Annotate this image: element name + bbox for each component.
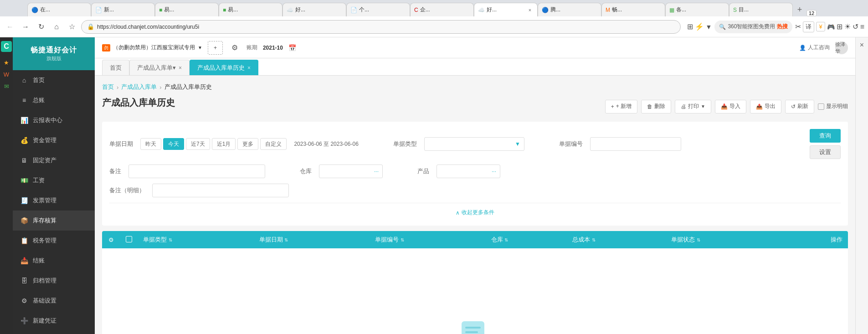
delete-button[interactable]: 🗑 删除 [641, 100, 671, 113]
add-company-button[interactable]: + [208, 41, 223, 55]
tab-3[interactable]: ■ 易... [155, 3, 219, 16]
sidebar-icon-mail[interactable]: ✉ [1, 81, 11, 91]
delete-icon: 🗑 [647, 103, 652, 110]
breadcrumb-home[interactable]: 首页 [102, 83, 114, 91]
sidebar-logo-text: 畅捷通好会计 [31, 46, 77, 55]
search-bar[interactable]: 🔍 360智能抠图免费用 热搜 [714, 21, 792, 33]
tab-6[interactable]: 📄 个... [346, 3, 410, 16]
page-tab-history-close[interactable]: × [247, 65, 251, 71]
table-gear-icon[interactable]: ⚙ [108, 236, 114, 243]
sidebar-item-funds[interactable]: 💰 资金管理 [13, 130, 95, 150]
th-type[interactable]: 单据类型 ⇅ [138, 231, 254, 248]
filter-settings-button[interactable]: 设置 [810, 145, 841, 159]
chanjet-icon: C [4, 42, 9, 51]
tab-2[interactable]: 📄 新... [91, 3, 155, 16]
sidebar-icon-star[interactable]: ★ [1, 57, 11, 67]
detail-remark-filter-input[interactable] [152, 184, 289, 197]
sidebar-item-archive[interactable]: 🗄 归档管理 [13, 271, 95, 291]
query-button[interactable]: 查询 [810, 129, 841, 143]
tab-8[interactable]: ☁️ 好... × [474, 3, 538, 16]
number-filter-input[interactable] [590, 137, 681, 151]
remark-filter-input[interactable] [128, 164, 265, 178]
sidebar-item-reports[interactable]: 📊 云报表中心 [13, 110, 95, 130]
translate-icon: 译 [803, 21, 814, 32]
user-avatar[interactable]: 徐泽华 [835, 41, 848, 54]
tab-4-label: 易... [228, 6, 238, 14]
warehouse-filter-label: 仓库 [300, 167, 312, 175]
warehouse-filter-select[interactable]: ··· [319, 164, 383, 178]
export-button[interactable]: 📤 导出 [750, 100, 781, 113]
page-title: 产成品入库单历史 [102, 97, 175, 109]
tab-5[interactable]: ☁️ 好... [282, 3, 346, 16]
show-detail-toggle[interactable]: 显示明细 [818, 103, 848, 110]
date-btn-7days[interactable]: 近7天 [186, 138, 210, 150]
date-btn-more[interactable]: 更多 [237, 138, 258, 150]
tab-10[interactable]: M 畅... [601, 3, 665, 16]
tab-4[interactable]: ■ 易... [219, 3, 282, 16]
svg-rect-2 [465, 327, 481, 329]
search-icon: 🔍 [719, 24, 726, 30]
back-button[interactable]: ← [4, 21, 16, 33]
sidebar-item-basic[interactable]: ⚙ 基础设置 [13, 291, 95, 311]
forward-button[interactable]: → [19, 21, 32, 33]
address-bar[interactable]: 🔒 https://cloud.chanjet.com/accounting/u… [81, 20, 681, 34]
th-status[interactable]: 单据状态 ⇅ [666, 231, 782, 248]
sidebar-item-ledger[interactable]: ≡ 总账 [13, 90, 95, 110]
sidebar-item-tax[interactable]: 📋 税务管理 [13, 231, 95, 251]
breadcrumb-parent[interactable]: 产成品入库单 [121, 83, 157, 91]
dropdown-icon[interactable]: ▼ [706, 23, 712, 31]
sidebar-item-inventory[interactable]: 📦 库存核算 [13, 211, 95, 231]
apps-icon: ⊞ [837, 22, 842, 31]
sidebar-item-checkout[interactable]: 📥 结账 [13, 251, 95, 271]
th-gear[interactable]: ⚙ [102, 231, 120, 248]
filter-row-3: 备注（明细） [109, 184, 841, 197]
right-panel-close-button[interactable]: × [860, 41, 864, 49]
bookmark-button[interactable]: ☆ [66, 21, 78, 33]
date-filter-label: 单据日期 [109, 140, 133, 148]
sidebar-item-salary[interactable]: 💵 工资 [13, 170, 95, 190]
select-all-checkbox[interactable] [126, 236, 132, 242]
date-btn-yesterday[interactable]: 昨天 [140, 138, 161, 150]
page-tab-list-close[interactable]: × [179, 65, 182, 71]
page-tab-history[interactable]: 产成品入库单历史 × [190, 60, 258, 75]
sidebar-item-newbill[interactable]: ➕ 新建凭证 [13, 311, 95, 331]
import-button[interactable]: 📥 导入 [715, 100, 746, 113]
app-logo-icon[interactable]: C [1, 41, 12, 52]
product-filter-select[interactable]: ··· [437, 164, 500, 178]
th-warehouse[interactable]: 仓库 ⇅ [486, 231, 567, 248]
sidebar-item-home[interactable]: ⌂ 首页 [13, 70, 95, 90]
tab-1[interactable]: 🔵 在... [27, 3, 91, 16]
print-button[interactable]: 🖨 打印 ▼ [675, 100, 711, 113]
date-btn-1month[interactable]: 近1月 [212, 138, 236, 150]
security-icon: 🔒 [87, 23, 94, 30]
th-checkbox[interactable] [120, 231, 138, 248]
home-button[interactable]: ⌂ [50, 21, 63, 33]
type-filter-select[interactable]: ▼ [424, 137, 524, 151]
refresh-button[interactable]: ↻ [35, 21, 47, 33]
refresh-toolbar-button[interactable]: ↺ 刷新 [785, 100, 814, 113]
date-btn-today[interactable]: 今天 [163, 138, 184, 150]
sidebar-icon-weibo[interactable]: W [1, 69, 11, 79]
show-detail-checkbox[interactable] [818, 103, 824, 110]
th-number[interactable]: 单据编号 ⇅ [370, 231, 486, 248]
sidebar-item-invoice[interactable]: 🧾 发票管理 [13, 190, 95, 211]
add-button[interactable]: + + 新增 [605, 100, 637, 113]
tab-8-close[interactable]: × [526, 6, 534, 14]
company-select[interactable]: 勿 （勿删勿禁用）江西服宝测试专用 ▼ [102, 44, 202, 51]
main-content: 首页 › 产成品入库单 › 产成品入库单历史 产成品入库单历史 + + 新增 [95, 76, 855, 334]
tab-11[interactable]: ▦ 各... [665, 3, 729, 16]
collapse-button[interactable]: ∧ 收起更多条件 [109, 207, 841, 218]
page-tab-list[interactable]: 产成品入库单▾ × [129, 60, 190, 75]
user-service[interactable]: 👤 人工咨询 [799, 44, 830, 51]
date-btn-custom[interactable]: 自定义 [260, 138, 287, 150]
th-cost[interactable]: 总成本 ⇅ [567, 231, 666, 248]
tab-12[interactable]: S 目... [729, 3, 793, 16]
th-date[interactable]: 单据日期 ⇅ [254, 231, 370, 248]
tab-7[interactable]: C 企... [410, 3, 474, 16]
page-tab-home[interactable]: 首页 [102, 60, 129, 75]
settings-gear-button[interactable]: ⚙ [228, 41, 241, 54]
new-tab-button[interactable]: + [793, 3, 806, 16]
sidebar-item-assets[interactable]: 🖥 固定资产 [13, 150, 95, 170]
tab-9[interactable]: 🔵 腾... [538, 3, 601, 16]
calendar-icon[interactable]: 📅 [288, 44, 296, 51]
